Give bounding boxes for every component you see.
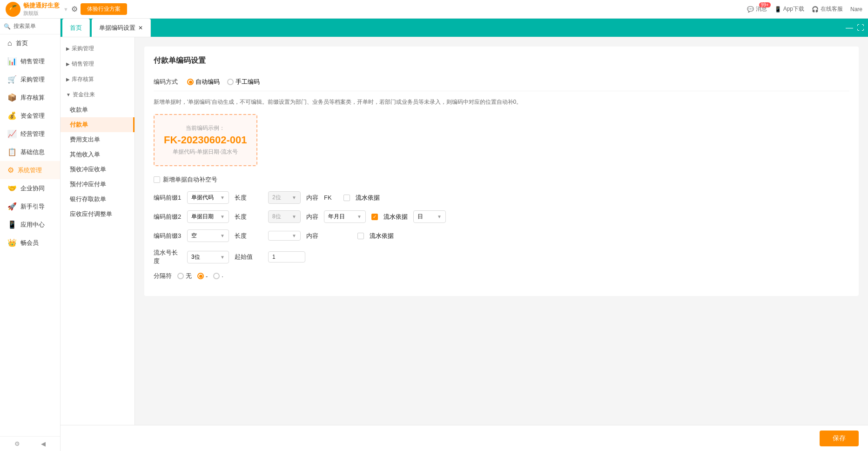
bottom-settings-icon[interactable]: ⚙ — [14, 440, 20, 447]
bottom-bar: 保存 — [61, 425, 868, 451]
preview-box: 当前编码示例： FK-20230602-001 单据代码-单据日期-流水号 — [154, 114, 257, 166]
encode-method-row: 编码方式 自动编码 手工编码 — [154, 73, 849, 91]
sidebar-label-system: 系统管理 — [18, 166, 42, 175]
auto-fill-label: 新增单据自动补空号 — [163, 175, 217, 184]
prefix2-length-select[interactable]: 8位 ▼ — [268, 210, 301, 223]
prefix2-length-label: 长度 — [235, 213, 262, 221]
separator-row: 分隔符 无 - · — [154, 272, 849, 280]
logo-icon: 🍊 — [6, 2, 20, 17]
tab-encode-settings[interactable]: 单据编码设置 ✕ — [92, 19, 151, 37]
group-capital-label: 资金往来 — [73, 91, 95, 99]
arrow-icon: ▶ — [66, 46, 70, 51]
sidebar-item-operations[interactable]: 📈 经营管理 — [0, 125, 60, 143]
radio-manual[interactable]: 手工编码 — [227, 78, 260, 86]
sidebar-item-finance[interactable]: 💰 资金管理 — [0, 107, 60, 125]
sidebar-item-guide[interactable]: 🚀 新手引导 — [0, 197, 60, 215]
system-icon: ⚙ — [7, 166, 14, 175]
trial-button[interactable]: 体验行业方案 — [81, 3, 127, 15]
main-panel: 付款单编码设置 编码方式 自动编码 手工编码 — [144, 47, 859, 296]
auto-fill-checkbox[interactable] — [154, 176, 160, 183]
radio-auto-circle — [187, 79, 194, 85]
online-service-item[interactable]: 🎧 在线客服 — [812, 5, 843, 13]
prefix2-unit-arrow: ▼ — [437, 214, 442, 219]
sec-item-adjust[interactable]: 应收应付调整单 — [61, 207, 135, 222]
maximize-icon[interactable]: ⛶ — [857, 24, 864, 32]
topbar: 🍊 畅捷通好生意 旗舰版 ▼ ⚙ 体验行业方案 💬 消息 99+ 📱 App下载… — [0, 0, 868, 19]
sidebar-label-sales: 销售管理 — [20, 57, 45, 66]
nav-dropdown[interactable]: ▼ — [63, 7, 68, 12]
sep-none-circle — [177, 273, 184, 279]
sidebar-bottom: ⚙ ◀ — [0, 436, 60, 451]
sep-dash-circle — [197, 273, 204, 279]
prefix1-value: 单据代码 — [191, 194, 214, 202]
prefix2-content-select[interactable]: 年月日 ▼ — [324, 210, 366, 223]
sidebar-item-basic-info[interactable]: 📋 基础信息 — [0, 143, 60, 161]
prefix1-content-value: FK — [324, 194, 338, 201]
sec-item-payment[interactable]: 付款单 — [61, 117, 135, 132]
sep-dot-label: · — [222, 273, 223, 280]
sidebar-label-finance: 资金管理 — [20, 112, 45, 120]
prefix2-content-arrow: ▼ — [357, 214, 362, 219]
prefix3-content-label: 内容 — [306, 232, 318, 240]
tab-close-icon[interactable]: ✕ — [138, 25, 143, 31]
prefix1-label: 编码前缀1 — [154, 194, 182, 202]
home-icon: ⌂ — [7, 39, 12, 47]
prefix2-stream-checkbox[interactable]: ✓ — [371, 214, 378, 220]
minimize-icon[interactable]: — — [846, 24, 853, 32]
sep-none-radio[interactable]: 无 — [177, 272, 192, 280]
sec-item-expense[interactable]: 费用支出单 — [61, 132, 135, 147]
message-item[interactable]: 💬 消息 99+ — [747, 5, 767, 13]
search-menu[interactable]: 🔍 搜索菜单 — [0, 19, 60, 34]
prefix1-length-select[interactable]: 2位 ▼ — [268, 191, 301, 204]
radio-auto[interactable]: 自动编码 — [187, 78, 220, 86]
save-button[interactable]: 保存 — [820, 431, 859, 446]
sidebar-item-purchase[interactable]: 🛒 采购管理 — [0, 70, 60, 88]
prefix1-stream-checkbox[interactable] — [343, 195, 350, 201]
group-sales-header[interactable]: ▶ 销售管理 — [61, 56, 135, 72]
stream-length-select[interactable]: 3位 ▼ — [187, 251, 229, 263]
start-value-input[interactable] — [268, 251, 305, 263]
group-inventory-header[interactable]: ▶ 库存核算 — [61, 72, 135, 87]
sidebar-item-inventory[interactable]: 📦 库存核算 — [0, 88, 60, 107]
sidebar-item-apps[interactable]: 📱 应用中心 — [0, 215, 60, 234]
sec-item-prepay-receive[interactable]: 预收冲应收单 — [61, 162, 135, 177]
stream-length-arrow: ▼ — [220, 255, 225, 260]
sec-item-receipt[interactable]: 收款单 — [61, 102, 135, 117]
prefix1-select[interactable]: 单据代码 ▼ — [187, 191, 229, 204]
settings-icon[interactable]: ⚙ — [71, 5, 78, 13]
sep-dash-radio[interactable]: - — [197, 273, 208, 280]
sec-item-other-income[interactable]: 其他收入单 — [61, 147, 135, 162]
sidebar-item-collab[interactable]: 🤝 企业协同 — [0, 179, 60, 197]
app-download-item[interactable]: 📱 App下载 — [774, 5, 804, 13]
bottom-collapse-icon[interactable]: ◀ — [41, 440, 46, 447]
message-badge: 99+ — [759, 2, 771, 7]
main-content: 付款单编码设置 编码方式 自动编码 手工编码 — [135, 37, 868, 425]
separator-label: 分隔符 — [154, 272, 172, 280]
tab-home[interactable]: 首页 — [62, 19, 90, 37]
sidebar-item-sales[interactable]: 📊 销售管理 — [0, 52, 60, 70]
topbar-nav: ▼ ⚙ 体验行业方案 — [63, 3, 127, 15]
prefix3-stream-checkbox[interactable] — [357, 233, 364, 239]
sep-dot-radio[interactable]: · — [213, 273, 223, 280]
group-capital-header[interactable]: ▼ 资金往来 — [61, 87, 135, 102]
group-sales: ▶ 销售管理 — [61, 56, 135, 72]
sales-icon: 📊 — [7, 57, 17, 66]
prefix2-select[interactable]: 单据日期 ▼ — [187, 210, 229, 223]
sidebar-item-system[interactable]: ⚙ 系统管理 — [0, 161, 60, 179]
inventory-icon: 📦 — [7, 93, 17, 102]
prefix3-length-label: 长度 — [235, 232, 262, 240]
sec-item-bank[interactable]: 银行存取款单 — [61, 192, 135, 207]
prefix3-length-arrow: ▼ — [292, 233, 296, 238]
sec-item-prepay-pay[interactable]: 预付冲应付单 — [61, 177, 135, 192]
sidebar-item-home[interactable]: ⌂ 首页 — [0, 34, 60, 52]
message-icon: 💬 — [747, 6, 754, 13]
prefix2-stream-unit-select[interactable]: 日 ▼ — [413, 210, 446, 223]
prefix3-stream-label: 流水依据 — [370, 232, 394, 240]
sidebar-label-inventory: 库存核算 — [20, 94, 45, 102]
username[interactable]: Nare — [850, 6, 862, 13]
group-purchase-header[interactable]: ▶ 采购管理 — [61, 41, 135, 56]
tab-encode-label: 单据编码设置 — [99, 24, 135, 32]
prefix3-length-select[interactable]: ▼ — [268, 231, 301, 241]
prefix3-select[interactable]: 空 ▼ — [187, 229, 229, 242]
sidebar-item-member[interactable]: 👑 畅会员 — [0, 234, 60, 252]
